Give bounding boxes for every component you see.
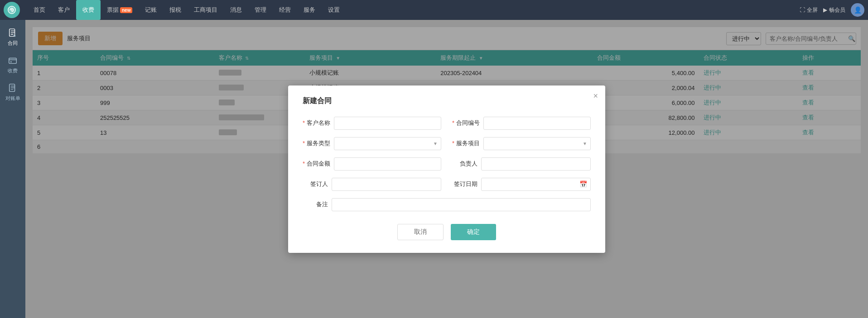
nav-customer[interactable]: 客户 — [52, 0, 76, 20]
person-in-charge-group: 负责人 — [452, 157, 591, 171]
play-icon: ▶ — [823, 7, 827, 13]
service-item-group: 服务项目 — [452, 137, 591, 150]
nav-bookkeeping[interactable]: 记账 — [139, 0, 163, 20]
sidebar-contract-label: 合同 — [8, 40, 18, 47]
modal-overlay: × 新建合同 客户名称 合同编号 服务类型 — [25, 20, 868, 318]
contract-amount-group: 合同金额 0.00 — [303, 157, 441, 171]
service-type-select-wrap — [334, 137, 441, 150]
nav-fee[interactable]: 收费 — [76, 0, 101, 20]
member-button[interactable]: ▶ 畅会员 — [823, 6, 845, 14]
nav-operation[interactable]: 经营 — [273, 0, 297, 20]
svg-rect-2 — [9, 58, 17, 64]
statement-icon — [8, 83, 18, 93]
modal-title: 新建合同 — [303, 96, 591, 106]
sign-date-wrap: 2023-06-06 📅 — [481, 178, 591, 191]
app-logo — [4, 2, 20, 18]
sidebar-item-fee[interactable]: 收费 — [0, 51, 25, 79]
svg-point-0 — [11, 9, 13, 11]
customer-name-input[interactable] — [334, 117, 441, 130]
fullscreen-icon: ⛶ — [800, 7, 805, 13]
contract-no-group: 合同编号 — [452, 117, 591, 130]
service-item-select[interactable] — [483, 137, 591, 150]
nav-invoice[interactable]: 票据 new — [101, 0, 139, 20]
sidebar-statement-label: 对账单 — [5, 95, 20, 102]
sidebar-fee-label: 收费 — [8, 67, 18, 74]
sidebar-item-contract[interactable]: 合同 — [0, 24, 25, 51]
nav-service[interactable]: 服务 — [297, 0, 322, 20]
remark-input[interactable] — [332, 198, 591, 211]
nav-message[interactable]: 消息 — [224, 0, 248, 20]
signatory-input[interactable] — [332, 178, 441, 191]
cancel-button[interactable]: 取消 — [397, 224, 444, 240]
contract-no-label: 合同编号 — [452, 119, 480, 127]
new-badge: new — [120, 7, 132, 13]
service-type-select[interactable] — [334, 137, 441, 150]
sign-date-input[interactable]: 2023-06-06 — [481, 178, 591, 191]
top-navigation: 首页 客户 收费 票据 new 记账 报税 工商项目 消息 管理 经营 服务 设… — [0, 0, 868, 20]
nav-biz[interactable]: 工商项目 — [188, 0, 224, 20]
contract-amount-label: 合同金额 — [303, 160, 330, 168]
signatory-label: 签订人 — [303, 180, 328, 188]
modal-footer: 取消 确定 — [303, 224, 591, 240]
fee-icon — [8, 56, 18, 66]
modal-close-button[interactable]: × — [593, 92, 598, 100]
content-area: 新增 服务项目 进行中 已完成 已终止 🔍 序号 合同编号 ⇅ 客户名称 ⇅ — [25, 20, 868, 318]
service-type-label: 服务类型 — [303, 139, 330, 147]
remark-group: 备注 — [303, 198, 591, 211]
svg-point-3 — [10, 61, 12, 62]
fullscreen-button[interactable]: ⛶ 全屏 — [800, 6, 818, 14]
contract-no-input[interactable] — [483, 117, 591, 130]
remark-label: 备注 — [303, 200, 328, 209]
modal-form: 客户名称 合同编号 服务类型 — [303, 117, 591, 211]
person-in-charge-label: 负责人 — [452, 160, 477, 168]
new-contract-modal: × 新建合同 客户名称 合同编号 服务类型 — [288, 85, 605, 253]
sidebar: 合同 收费 对账单 — [0, 20, 25, 318]
service-type-group: 服务类型 — [303, 137, 441, 150]
calendar-icon[interactable]: 📅 — [579, 180, 587, 188]
service-item-select-wrap — [483, 137, 591, 150]
service-item-label: 服务项目 — [452, 139, 480, 147]
nav-home[interactable]: 首页 — [27, 0, 52, 20]
nav-items: 首页 客户 收费 票据 new 记账 报税 工商项目 消息 管理 经营 服务 设… — [27, 0, 800, 20]
main-layout: 合同 收费 对账单 — [0, 20, 868, 318]
customer-name-label: 客户名称 — [303, 119, 330, 127]
avatar[interactable]: 👤 — [851, 3, 864, 17]
nav-settings[interactable]: 设置 — [322, 0, 346, 20]
nav-tax[interactable]: 报税 — [163, 0, 188, 20]
contract-amount-input[interactable]: 0.00 — [334, 157, 441, 171]
signatory-group: 签订人 — [303, 178, 441, 191]
nav-manage[interactable]: 管理 — [248, 0, 273, 20]
sign-date-label: 签订日期 — [452, 180, 477, 188]
confirm-button[interactable]: 确定 — [451, 224, 496, 240]
top-nav-right: ⛶ 全屏 ▶ 畅会员 👤 — [800, 3, 864, 17]
person-in-charge-input[interactable] — [481, 157, 591, 171]
customer-name-group: 客户名称 — [303, 117, 441, 130]
sign-date-group: 签订日期 2023-06-06 📅 — [452, 178, 591, 191]
sidebar-item-statement[interactable]: 对账单 — [0, 79, 25, 106]
avatar-icon: 👤 — [854, 6, 862, 14]
contract-icon — [8, 28, 18, 38]
